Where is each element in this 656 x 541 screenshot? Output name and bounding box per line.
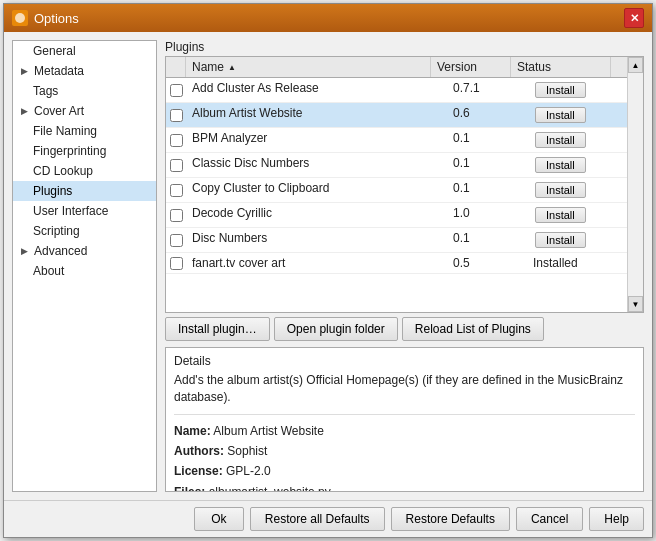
row-checkbox[interactable] bbox=[170, 184, 183, 197]
row-checkbox-cell[interactable] bbox=[166, 228, 186, 252]
sidebar-item-label: About bbox=[33, 264, 64, 278]
scrollbar-up-arrow[interactable]: ▲ bbox=[628, 57, 643, 73]
row-checkbox-cell[interactable] bbox=[166, 153, 186, 177]
row-checkbox-cell[interactable] bbox=[166, 103, 186, 127]
table-scrollbar[interactable]: ▲ ▼ bbox=[627, 57, 643, 312]
details-files-value: albumartist_website.py bbox=[209, 485, 331, 492]
sidebar-item-label: User Interface bbox=[33, 204, 108, 218]
sidebar-item-coverart[interactable]: ▶ Cover Art bbox=[13, 101, 156, 121]
row-checkbox[interactable] bbox=[170, 257, 183, 270]
plugins-label: Plugins bbox=[165, 40, 644, 54]
details-authors-row: Authors: Sophist bbox=[174, 441, 635, 461]
sidebar-item-label: Cover Art bbox=[34, 104, 84, 118]
row-installed-status: Installed bbox=[527, 253, 627, 273]
details-section: Details Add's the album artist(s) Offici… bbox=[165, 347, 644, 492]
table-row[interactable]: BPM Analyzer 0.1 Install bbox=[166, 128, 627, 153]
row-version: 0.1 bbox=[447, 228, 527, 252]
row-checkbox[interactable] bbox=[170, 84, 183, 97]
sidebar-item-plugins[interactable]: Plugins bbox=[13, 181, 156, 201]
ok-button[interactable]: Ok bbox=[194, 507, 244, 531]
close-button[interactable]: ✕ bbox=[624, 8, 644, 28]
sidebar-item-cdlookup[interactable]: CD Lookup bbox=[13, 161, 156, 181]
title-bar: Options ✕ bbox=[4, 4, 652, 32]
sidebar-item-scripting[interactable]: Scripting bbox=[13, 221, 156, 241]
row-checkbox[interactable] bbox=[170, 109, 183, 122]
restore-all-button[interactable]: Restore all Defaults bbox=[250, 507, 385, 531]
table-row[interactable]: fanart.tv cover art 0.5 Installed bbox=[166, 253, 627, 274]
sidebar-item-label: Plugins bbox=[33, 184, 72, 198]
row-name: Decode Cyrillic bbox=[186, 203, 447, 227]
details-name-label: Name: bbox=[174, 424, 211, 438]
scrollbar-down-arrow[interactable]: ▼ bbox=[628, 296, 643, 312]
help-button[interactable]: Help bbox=[589, 507, 644, 531]
details-authors-value: Sophist bbox=[227, 444, 267, 458]
details-license-row: License: GPL-2.0 bbox=[174, 461, 635, 481]
row-version: 0.1 bbox=[447, 128, 527, 152]
install-button[interactable]: Install bbox=[535, 182, 586, 198]
row-version: 0.1 bbox=[447, 178, 527, 202]
open-folder-button[interactable]: Open plugin folder bbox=[274, 317, 398, 341]
install-button[interactable]: Install bbox=[535, 157, 586, 173]
table-row[interactable]: Album Artist Website 0.6 Install bbox=[166, 103, 627, 128]
sidebar-item-label: Metadata bbox=[34, 64, 84, 78]
row-status: Install bbox=[527, 128, 627, 152]
row-version: 0.7.1 bbox=[447, 78, 527, 102]
plugin-action-buttons: Install plugin… Open plugin folder Reloa… bbox=[165, 317, 644, 341]
install-button[interactable]: Install bbox=[535, 82, 586, 98]
sidebar-item-tags[interactable]: Tags bbox=[13, 81, 156, 101]
install-button[interactable]: Install bbox=[535, 107, 586, 123]
details-description: Add's the album artist(s) Official Homep… bbox=[174, 372, 635, 406]
reload-list-button[interactable]: Reload List of Plugins bbox=[402, 317, 544, 341]
scrollbar-track bbox=[628, 73, 643, 296]
options-window: Options ✕ General ▶ Metadata Tags ▶ Cove… bbox=[3, 3, 653, 538]
restore-button[interactable]: Restore Defaults bbox=[391, 507, 510, 531]
row-checkbox[interactable] bbox=[170, 209, 183, 222]
sidebar-item-fingerprinting[interactable]: Fingerprinting bbox=[13, 141, 156, 161]
row-checkbox[interactable] bbox=[170, 234, 183, 247]
sidebar-item-general[interactable]: General bbox=[13, 41, 156, 61]
arrow-icon: ▶ bbox=[21, 66, 28, 76]
arrow-icon: ▶ bbox=[21, 246, 28, 256]
sidebar-item-advanced[interactable]: ▶ Advanced bbox=[13, 241, 156, 261]
table-row[interactable]: Decode Cyrillic 1.0 Install bbox=[166, 203, 627, 228]
row-checkbox[interactable] bbox=[170, 134, 183, 147]
row-status: Install bbox=[527, 178, 627, 202]
cancel-button[interactable]: Cancel bbox=[516, 507, 583, 531]
table-row[interactable]: Add Cluster As Release 0.7.1 Install bbox=[166, 78, 627, 103]
row-checkbox-cell[interactable] bbox=[166, 178, 186, 202]
install-button[interactable]: Install bbox=[535, 132, 586, 148]
row-name: Classic Disc Numbers bbox=[186, 153, 447, 177]
details-name-row: Name: Album Artist Website bbox=[174, 421, 635, 441]
col-version: Version bbox=[431, 57, 511, 77]
table-row[interactable]: Classic Disc Numbers 0.1 Install bbox=[166, 153, 627, 178]
row-checkbox-cell[interactable] bbox=[166, 128, 186, 152]
table-scroll[interactable]: Add Cluster As Release 0.7.1 Install Alb… bbox=[166, 78, 627, 312]
row-version: 0.1 bbox=[447, 153, 527, 177]
sidebar-item-filenaming[interactable]: File Naming bbox=[13, 121, 156, 141]
plugins-table-container: Name ▲ Version Status Add Cluster As Rel… bbox=[165, 56, 644, 313]
sidebar-item-metadata[interactable]: ▶ Metadata bbox=[13, 61, 156, 81]
details-files-row: Files: albumartist_website.py bbox=[174, 482, 635, 492]
table-row[interactable]: Copy Cluster to Clipboard 0.1 Install bbox=[166, 178, 627, 203]
sidebar-item-label: Scripting bbox=[33, 224, 80, 238]
sidebar-item-userinterface[interactable]: User Interface bbox=[13, 201, 156, 221]
sidebar: General ▶ Metadata Tags ▶ Cover Art File… bbox=[12, 40, 157, 492]
row-status: Install bbox=[527, 153, 627, 177]
table-row[interactable]: Disc Numbers 0.1 Install bbox=[166, 228, 627, 253]
row-checkbox-cell[interactable] bbox=[166, 203, 186, 227]
sidebar-item-label: General bbox=[33, 44, 76, 58]
row-checkbox-cell[interactable] bbox=[166, 253, 186, 273]
install-plugin-button[interactable]: Install plugin… bbox=[165, 317, 270, 341]
sidebar-item-label: Advanced bbox=[34, 244, 87, 258]
details-label: Details bbox=[174, 354, 635, 368]
row-checkbox[interactable] bbox=[170, 159, 183, 172]
details-divider bbox=[174, 414, 635, 415]
sidebar-item-about[interactable]: About bbox=[13, 261, 156, 281]
row-version: 1.0 bbox=[447, 203, 527, 227]
install-button[interactable]: Install bbox=[535, 207, 586, 223]
install-button[interactable]: Install bbox=[535, 232, 586, 248]
col-checkbox bbox=[166, 57, 186, 77]
row-status: Install bbox=[527, 103, 627, 127]
row-checkbox-cell[interactable] bbox=[166, 78, 186, 102]
footer: Ok Restore all Defaults Restore Defaults… bbox=[4, 500, 652, 537]
